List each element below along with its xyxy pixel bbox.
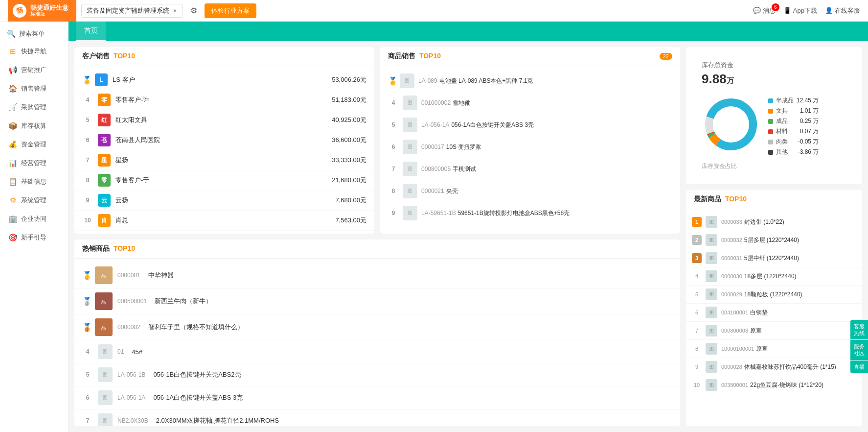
rank-num: 6 [82, 392, 93, 403]
hot-products-card: 热销商品 TOP10 🥇 品 0000001 中华神器 🥈 [74, 240, 680, 426]
product-thumb: 图 [706, 361, 717, 373]
product-sales-top10-card: 商品销售 TOP10 22 🥇 图 LA-089电池盖 LA-089 ABS本色… [380, 47, 680, 234]
logo-icon: 畅 [13, 4, 26, 18]
operations-icon: 📊 [8, 159, 17, 168]
table-row: 5 红 红太阳文具 40,925.00元 [74, 110, 374, 130]
product-thumb: 图 [98, 367, 113, 382]
legend-item: 文具 1.01 万 [768, 107, 819, 115]
inventory-icon: 📦 [8, 121, 17, 130]
table-row: 6 图 000001710S 变扭罗浆 [380, 136, 680, 158]
hot-products-title: 热销商品 TOP10 [82, 244, 135, 253]
customer-service-hotline-button[interactable]: 客服热线 [850, 320, 868, 340]
nav-bar: 首页 [69, 22, 868, 41]
product-sales-header: 商品销售 TOP10 22 [380, 47, 680, 66]
rank-num: 9 [388, 208, 399, 218]
avatar: 零 [98, 174, 111, 187]
sidebar-item-enterprise[interactable]: 🏢 企业协同 [0, 210, 68, 228]
sidebar-item-inventory[interactable]: 📦 库存核算 [0, 117, 68, 135]
product-thumb: 图 [400, 73, 414, 88]
product-thumb: 图 [706, 288, 717, 300]
product-sales-title: 商品销售 TOP10 [388, 52, 441, 61]
table-row: 7 图 000800005手机测试 [380, 158, 680, 180]
sidebar-item-label: 新手引导 [21, 233, 46, 242]
avatar: 云 [98, 194, 111, 207]
inventory-summary-card: 库存总资金 9.88万 [686, 47, 862, 184]
product-thumb: 图 [403, 96, 417, 110]
customer-top10-title: 客户销售 TOP10 [82, 52, 135, 61]
product-thumb: 图 [706, 379, 717, 391]
customer-top10-body: 🥇 L LS 客户 53,006.26元 4 零 零售客户-许 51,183.0… [74, 66, 374, 234]
product-sales-badge: 22 [660, 53, 672, 60]
rank-badge: 3 [692, 253, 702, 263]
table-row: 10 肖 肖总 7,563.00元 [74, 211, 374, 231]
avatar: 红 [98, 114, 111, 126]
search-menu-button[interactable]: 🔍 搜索菜单 [0, 25, 68, 42]
rank-num: 7 [388, 164, 399, 174]
sidebar-item-finance[interactable]: 💰 资金管理 [0, 135, 68, 154]
customer-top10-card: 客户销售 TOP10 🥇 L LS 客户 53,006.26元 4 零 零售客户 [74, 47, 374, 234]
sidebar-item-label: 企业协同 [21, 215, 46, 223]
list-item: 5 图 LA-056-1B 056-1B白色按键开关壳ABS2壳 [74, 363, 680, 386]
sidebar-item-beginner[interactable]: 🎯 新手引导 [0, 228, 68, 247]
product-thumb: 图 [403, 162, 417, 176]
mobile-icon: 📱 [783, 7, 791, 14]
table-row: 8 图 0000021夹壳 [380, 180, 680, 202]
product-thumb: 图 [403, 140, 417, 154]
live-broadcast-button[interactable]: 直播 [850, 360, 868, 373]
latest-products-title: 最新商品 TOP10 [694, 195, 747, 204]
online-service-button[interactable]: 👤 在线客服 [825, 6, 860, 15]
sidebar-item-label: 基础信息 [21, 177, 46, 186]
sidebar-item-purchase[interactable]: 🛒 采购管理 [0, 98, 68, 117]
avatar: 零 [98, 94, 111, 106]
rank-num: 7 [82, 415, 93, 426]
sidebar-item-marketing[interactable]: 📢 营销推广 [0, 61, 68, 79]
system-selector[interactable]: 装备及固定资产辅助管理系统 ▼ [81, 4, 183, 18]
legend-item: 其他 -3.86 万 [768, 148, 819, 156]
latest-products-card: 最新商品 TOP10 1 图 0000033封边带 (1.0*22) 2 图 [686, 190, 862, 426]
list-item: 4 图 01 45# [74, 340, 680, 363]
rank-num: 6 [388, 142, 399, 152]
sidebar-item-operations[interactable]: 📊 经营管理 [0, 154, 68, 172]
app-download-button[interactable]: 📱 App下载 [783, 6, 817, 15]
product-thumb: 图 [706, 343, 717, 355]
service-icon: 👤 [825, 7, 833, 14]
medal-icon: 🥈 [82, 297, 92, 306]
legend-color-dot [768, 150, 773, 155]
trial-button[interactable]: 体验行业方案 [205, 3, 256, 18]
list-item: 7 图 NB2.0X30B 2.0X30MM双搓花轴,搓花直径2.1MM/ROH… [74, 409, 680, 426]
rank-badge: 10 [692, 380, 702, 390]
latest-products-header: 最新商品 TOP10 [686, 190, 862, 209]
service-community-button[interactable]: 服务社区 [850, 340, 868, 360]
sidebar-item-quick-nav[interactable]: ⊞ 快捷导航 [0, 42, 68, 61]
legend-color-dot [768, 109, 773, 114]
chart-bottom-label: 库存资金占比 [702, 162, 846, 170]
chart-legend: 半成品 12.45 万 文具 1.01 万 [768, 96, 819, 156]
list-item: 1 图 0000033封边带 (1.0*22) [686, 213, 862, 231]
rank-num: 5 [82, 369, 93, 380]
tab-home[interactable]: 首页 [76, 22, 106, 41]
sidebar-item-sys-mgmt[interactable]: ⚙ 系统管理 [0, 191, 68, 210]
message-button[interactable]: 💬 消息 6 [753, 6, 776, 15]
table-row: 🥇 图 LA-089电池盖 LA-089 ABS本色+黑种 7.1克 [380, 70, 680, 92]
sys-mgmt-icon: ⚙ [8, 196, 17, 205]
settings-icon[interactable]: ⚙ [187, 4, 201, 18]
inventory-amount: 9.88万 [702, 72, 846, 87]
list-item: 2 图 00000325层多层 (1220*2440) [686, 231, 862, 249]
float-service-panel: 客服热线 服务社区 直播 [850, 320, 868, 373]
rank-num: 4 [82, 346, 93, 357]
latest-products-body: 1 图 0000033封边带 (1.0*22) 2 图 00000325层多层 … [686, 209, 862, 398]
rank-num: 8 [388, 186, 399, 196]
logo-sub-text: 标准版 [30, 11, 69, 17]
product-thumb: 图 [403, 184, 417, 198]
logo-main-text: 畅捷通好生意 [30, 4, 69, 12]
legend-color-dot [768, 129, 773, 134]
product-thumb: 图 [98, 390, 113, 405]
sidebar-item-basic-info[interactable]: 📋 基础信息 [0, 172, 68, 191]
sidebar-item-sales[interactable]: 🏠 销售管理 [0, 79, 68, 98]
rank-num: 8 [82, 175, 93, 186]
list-item: 9 图 0000028体械嘉枚味苏打饮品400毫升 (1*15) [686, 358, 862, 376]
purchase-icon: 🛒 [8, 103, 17, 112]
list-item: 🥈 品 000500001 新西兰牛肉（新牛） [74, 288, 680, 314]
quick-nav-icon: ⊞ [8, 47, 17, 56]
product-thumb: 图 [706, 270, 717, 282]
